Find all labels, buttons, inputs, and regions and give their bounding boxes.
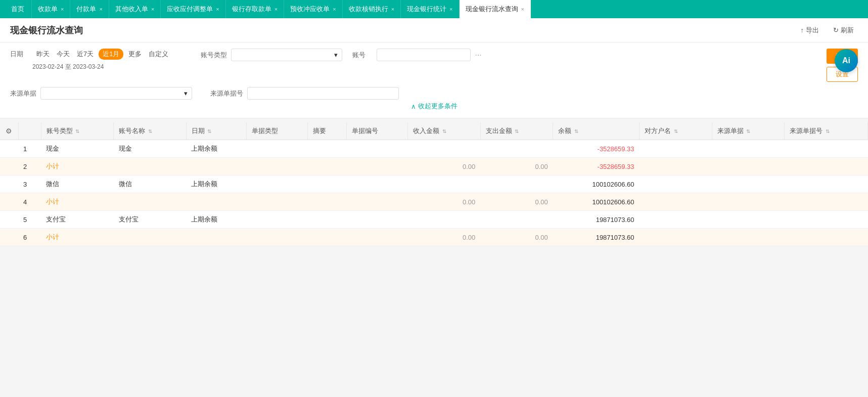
row-date	[186, 158, 246, 175]
date-btn-1month[interactable]: 近1月	[99, 49, 123, 60]
close-tab-6-icon[interactable]: ×	[391, 6, 394, 12]
close-tab-8-icon[interactable]: ×	[521, 6, 524, 12]
row-account-name	[114, 193, 186, 211]
row-doc-type	[246, 211, 307, 229]
close-tab-7-icon[interactable]: ×	[449, 6, 452, 12]
row-expense	[480, 175, 553, 193]
row-summary	[307, 140, 347, 158]
row-doc-no	[347, 175, 408, 193]
row-account-type: 支付宝	[41, 211, 113, 229]
nav-tab-2[interactable]: 其他收入单 ×	[109, 0, 161, 18]
date-btn-7days[interactable]: 近7天	[75, 49, 96, 60]
source-doc-no-label: 来源单据号	[210, 89, 243, 98]
table-row: 1 现金 现金 上期余额 -3528659.33	[0, 140, 868, 158]
date-shortcuts: 昨天 今天 近7天 近1月 更多 自定义	[34, 49, 170, 60]
row-summary	[307, 193, 347, 211]
account-type-dropdown-icon: ▾	[334, 51, 338, 59]
date-label: 日期	[10, 50, 30, 59]
row-expense: 0.00	[480, 193, 553, 211]
row-expense: 0.00	[480, 229, 553, 246]
row-doc-no	[347, 211, 408, 229]
sort-source-doc-icon[interactable]: ⇅	[746, 128, 750, 134]
close-tab-2-icon[interactable]: ×	[151, 6, 154, 12]
ai-badge[interactable]: Ai	[835, 49, 858, 72]
nav-tab-6[interactable]: 收款核销执行 ×	[343, 0, 401, 18]
col-doc-no: 单据编号	[347, 122, 408, 140]
row-index: 4	[18, 193, 41, 211]
sort-source-doc-no-icon[interactable]: ⇅	[826, 128, 830, 134]
row-gear-cell	[0, 229, 18, 246]
close-tab-5-icon[interactable]: ×	[333, 6, 336, 12]
sort-counterpart-icon[interactable]: ⇅	[674, 128, 678, 134]
row-index: 3	[18, 175, 41, 193]
account-input[interactable]	[377, 49, 471, 61]
row-gear-cell	[0, 158, 18, 175]
nav-home[interactable]: 首页	[4, 0, 32, 18]
sort-account-name-icon[interactable]: ⇅	[148, 128, 152, 134]
col-index	[18, 122, 41, 140]
row-account-name: 支付宝	[114, 211, 186, 229]
header-actions: ↑ 导出 ↻ 刷新	[797, 24, 858, 37]
row-source-doc	[712, 211, 784, 229]
top-nav: 首页 收款单 × 付款单 × 其他收入单 × 应收应付调整单 × 银行存取款单 …	[0, 0, 868, 18]
row-index: 6	[18, 229, 41, 246]
nav-tab-7[interactable]: 现金银行统计 ×	[401, 0, 459, 18]
sort-income-icon[interactable]: ⇅	[442, 128, 446, 134]
refresh-button[interactable]: ↻ 刷新	[829, 24, 858, 37]
gear-settings-icon[interactable]: ⚙	[6, 127, 12, 135]
nav-tab-0[interactable]: 收款单 ×	[32, 0, 70, 18]
export-button[interactable]: ↑ 导出	[797, 24, 824, 37]
col-account-name: 账号名称 ⇅	[114, 122, 186, 140]
row-gear-cell	[0, 211, 18, 229]
refresh-icon: ↻	[833, 26, 839, 34]
collapse-more-button[interactable]: ∧ 收起更多条件	[10, 100, 858, 114]
col-gear[interactable]: ⚙	[0, 122, 18, 140]
row-doc-no	[347, 229, 408, 246]
sort-expense-icon[interactable]: ⇅	[515, 128, 519, 134]
date-btn-more[interactable]: 更多	[126, 49, 144, 60]
close-tab-3-icon[interactable]: ×	[216, 6, 219, 12]
nav-tab-8[interactable]: 现金银行流水查询 ×	[460, 0, 531, 18]
close-tab-0-icon[interactable]: ×	[61, 6, 64, 12]
nav-tab-1[interactable]: 付款单 ×	[70, 0, 109, 18]
row-balance: -3528659.33	[553, 158, 639, 175]
sort-account-type-icon[interactable]: ⇅	[75, 128, 79, 134]
table-row: 2 小计 0.00 0.00 -3528659.33	[0, 158, 868, 175]
nav-tab-3[interactable]: 应收应付调整单 ×	[161, 0, 225, 18]
row-doc-no	[347, 193, 408, 211]
close-tab-1-icon[interactable]: ×	[99, 6, 102, 12]
table-row: 5 支付宝 支付宝 上期余额 19871073.60	[0, 211, 868, 229]
sort-date-icon[interactable]: ⇅	[207, 128, 211, 134]
row-source-doc-no	[784, 140, 867, 158]
row-doc-type	[246, 193, 307, 211]
sort-balance-icon[interactable]: ⇅	[574, 128, 578, 134]
row-expense	[480, 140, 553, 158]
row-expense: 0.00	[480, 158, 553, 175]
row-balance: -3528659.33	[553, 140, 639, 158]
table-row: 6 小计 0.00 0.00 19871073.60	[0, 229, 868, 246]
date-btn-today[interactable]: 今天	[55, 49, 72, 60]
row-gear-cell	[0, 140, 18, 158]
row-counterpart	[639, 193, 712, 211]
row-account-type: 小计	[41, 158, 113, 175]
date-btn-custom[interactable]: 自定义	[147, 49, 170, 60]
row-index: 2	[18, 158, 41, 175]
table-row: 3 微信 微信 上期余额 100102606.60	[0, 175, 868, 193]
row-source-doc	[712, 193, 784, 211]
account-type-select[interactable]: ▾	[231, 49, 342, 61]
account-label: 账号	[352, 51, 373, 60]
nav-tab-4[interactable]: 银行存取款单 ×	[226, 0, 284, 18]
account-more-icon[interactable]: ···	[475, 51, 481, 60]
date-btn-yesterday[interactable]: 昨天	[34, 49, 52, 60]
row-doc-type	[246, 229, 307, 246]
row-account-type: 小计	[41, 229, 113, 246]
close-tab-4-icon[interactable]: ×	[275, 6, 278, 12]
row-doc-no	[347, 158, 408, 175]
source-doc-no-input[interactable]	[247, 87, 399, 100]
nav-tab-5[interactable]: 预收冲应收单 ×	[284, 0, 342, 18]
row-counterpart	[639, 211, 712, 229]
row-source-doc-no	[784, 211, 867, 229]
source-doc-select[interactable]: ▾	[40, 87, 192, 100]
row-source-doc-no	[784, 229, 867, 246]
row-source-doc-no	[784, 158, 867, 175]
